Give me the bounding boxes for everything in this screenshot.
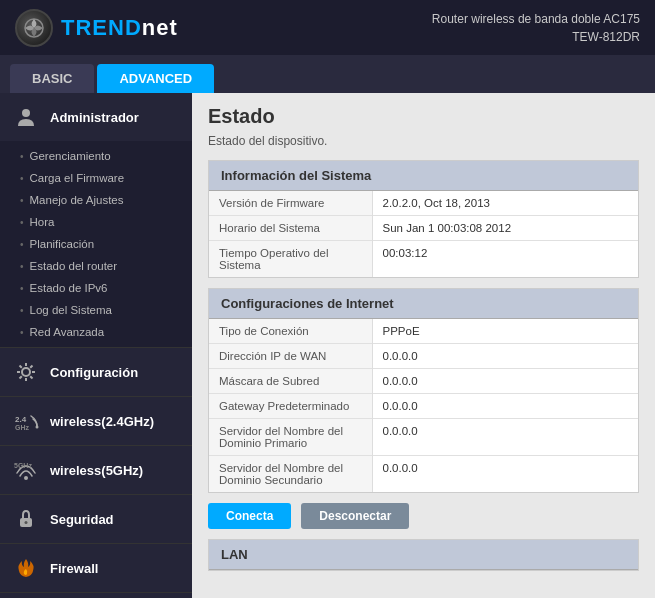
sidebar-section-usb: USB: [0, 593, 192, 598]
svg-point-13: [36, 426, 39, 429]
svg-point-1: [22, 109, 30, 117]
logo-area: TRENDnet: [15, 9, 178, 47]
label-tipo-conexion: Tipo de Conexión: [209, 319, 372, 344]
sidebar-item-carga-firmware[interactable]: Carga el Firmware: [0, 167, 192, 189]
logo-icon: [15, 9, 53, 47]
sidebar-section-configuracion: Configuración: [0, 348, 192, 397]
sidebar-section-seguridad: Seguridad: [0, 495, 192, 544]
value-gateway: 0.0.0.0: [372, 394, 638, 419]
sidebar-item-manejo-ajustes[interactable]: Manejo de Ajustes: [0, 189, 192, 211]
sidebar-header-usb[interactable]: USB: [0, 593, 192, 598]
value-firmware: 2.0.2.0, Oct 18, 2013: [372, 191, 638, 216]
svg-text:5GHz: 5GHz: [14, 462, 32, 469]
table-row: Versión de Firmware 2.0.2.0, Oct 18, 201…: [209, 191, 638, 216]
value-dns-secundario: 0.0.0.0: [372, 456, 638, 493]
disconnect-button[interactable]: Desconectar: [301, 503, 409, 529]
label-dns-secundario: Servidor del Nombre del Dominio Secundar…: [209, 456, 372, 493]
content-area: Estado Estado del dispositivo. Informaci…: [192, 93, 655, 598]
fire-icon: [12, 554, 40, 582]
label-horario: Horario del Sistema: [209, 216, 372, 241]
table-row: Servidor del Nombre del Dominio Secundar…: [209, 456, 638, 493]
sidebar-section-administrador: Administrador Gerenciamiento Carga el Fi…: [0, 93, 192, 348]
sidebar-item-log-sistema[interactable]: Log del Sistema: [0, 299, 192, 321]
page-title: Estado: [208, 105, 639, 128]
label-dns-primario: Servidor del Nombre del Dominio Primario: [209, 419, 372, 456]
header: TRENDnet Router wireless de banda doble …: [0, 0, 655, 55]
label-mascara: Máscara de Subred: [209, 369, 372, 394]
info-section-internet: Configuraciones de Internet Tipo de Cone…: [208, 288, 639, 493]
svg-line-9: [30, 366, 32, 368]
table-sistema: Versión de Firmware 2.0.2.0, Oct 18, 201…: [209, 191, 638, 277]
logo-net: net: [142, 15, 178, 40]
page-subtitle: Estado del dispositivo.: [208, 134, 639, 148]
sidebar-header-firewall[interactable]: Firewall: [0, 544, 192, 592]
svg-text:GHz: GHz: [15, 424, 30, 431]
svg-line-8: [30, 376, 32, 378]
label-firmware: Versión de Firmware: [209, 191, 372, 216]
person-icon: [12, 103, 40, 131]
sidebar-item-planificacion[interactable]: Planificación: [0, 233, 192, 255]
button-row: Conecta Desconectar: [208, 503, 639, 529]
sidebar-header-configuracion[interactable]: Configuración: [0, 348, 192, 396]
sidebar-header-administrador[interactable]: Administrador: [0, 93, 192, 141]
sidebar-item-gerenciamiento[interactable]: Gerenciamiento: [0, 145, 192, 167]
sidebar: Administrador Gerenciamiento Carga el Fi…: [0, 93, 192, 598]
value-tipo-conexion: PPPoE: [372, 319, 638, 344]
section-header-lan: LAN: [209, 540, 638, 570]
svg-line-7: [20, 366, 22, 368]
svg-point-14: [24, 476, 28, 480]
table-row: Dirección IP de WAN 0.0.0.0: [209, 344, 638, 369]
sidebar-items-administrador: Gerenciamiento Carga el Firmware Manejo …: [0, 141, 192, 347]
sidebar-item-red-avanzada[interactable]: Red Avanzada: [0, 321, 192, 343]
table-row: Servidor del Nombre del Dominio Primario…: [209, 419, 638, 456]
sidebar-header-wireless5[interactable]: 5GHz wireless(5GHz): [0, 446, 192, 494]
wifi5-icon: 5GHz: [12, 456, 40, 484]
sidebar-item-hora[interactable]: Hora: [0, 211, 192, 233]
sidebar-header-wireless24[interactable]: 2.4 GHz wireless(2.4GHz): [0, 397, 192, 445]
svg-line-10: [20, 376, 22, 378]
label-tiempo: Tiempo Operativo del Sistema: [209, 241, 372, 278]
wifi24-icon: 2.4 GHz: [12, 407, 40, 435]
value-dns-primario: 0.0.0.0: [372, 419, 638, 456]
sidebar-header-seguridad[interactable]: Seguridad: [0, 495, 192, 543]
sidebar-section-wireless5: 5GHz wireless(5GHz): [0, 446, 192, 495]
value-ip-wan: 0.0.0.0: [372, 344, 638, 369]
sidebar-item-estado-router[interactable]: Estado del router: [0, 255, 192, 277]
table-row: Horario del Sistema Sun Jan 1 00:03:08 2…: [209, 216, 638, 241]
header-model: Router wireless de banda doble AC175 TEW…: [432, 10, 640, 46]
sidebar-item-estado-ipv6[interactable]: Estado de IPv6: [0, 277, 192, 299]
table-row: Tiempo Operativo del Sistema 00:03:12: [209, 241, 638, 278]
gear-icon: [12, 358, 40, 386]
value-mascara: 0.0.0.0: [372, 369, 638, 394]
label-ip-wan: Dirección IP de WAN: [209, 344, 372, 369]
main-layout: Administrador Gerenciamiento Carga el Fi…: [0, 93, 655, 598]
table-internet: Tipo de Conexión PPPoE Dirección IP de W…: [209, 319, 638, 492]
tab-advanced[interactable]: ADVANCED: [97, 64, 214, 93]
section-header-sistema: Información del Sistema: [209, 161, 638, 191]
logo-text: TRENDnet: [61, 15, 178, 41]
value-tiempo: 00:03:12: [372, 241, 638, 278]
nav-tabs: BASIC ADVANCED: [0, 55, 655, 93]
svg-point-17: [25, 521, 28, 524]
logo-brand: TREND: [61, 15, 142, 40]
info-section-sistema: Información del Sistema Versión de Firmw…: [208, 160, 639, 278]
table-row: Gateway Predeterminado 0.0.0.0: [209, 394, 638, 419]
sidebar-section-wireless24: 2.4 GHz wireless(2.4GHz): [0, 397, 192, 446]
section-header-internet: Configuraciones de Internet: [209, 289, 638, 319]
value-horario: Sun Jan 1 00:03:08 2012: [372, 216, 638, 241]
info-section-lan: LAN: [208, 539, 639, 571]
table-row: Máscara de Subred 0.0.0.0: [209, 369, 638, 394]
sidebar-section-firewall: Firewall: [0, 544, 192, 593]
tab-basic[interactable]: BASIC: [10, 64, 94, 93]
table-row: Tipo de Conexión PPPoE: [209, 319, 638, 344]
connect-button[interactable]: Conecta: [208, 503, 291, 529]
label-gateway: Gateway Predeterminado: [209, 394, 372, 419]
svg-text:2.4: 2.4: [15, 415, 27, 424]
svg-point-2: [22, 368, 30, 376]
lock-icon: [12, 505, 40, 533]
